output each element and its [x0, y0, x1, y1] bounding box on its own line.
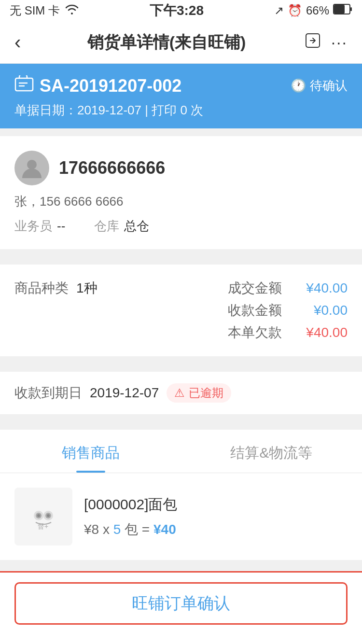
- overdue-icon: ⚠: [174, 386, 185, 400]
- product-item: 督+ [0000002]面包 ¥8 x 5 包 = ¥40: [0, 473, 362, 560]
- order-header: SA-20191207-002 🕐 待确认 单据日期：2019-12-07 | …: [0, 64, 362, 128]
- warehouse-value: 总仓: [124, 218, 149, 235]
- amount-label-2: 本单欠款: [228, 323, 282, 342]
- sales-value: --: [57, 219, 65, 234]
- back-button[interactable]: ‹: [14, 31, 43, 53]
- status-left: 无 SIM 卡: [10, 3, 79, 18]
- separator-2: [0, 356, 362, 364]
- due-date: 2019-12-07: [90, 385, 159, 401]
- overdue-badge: ⚠ 已逾期: [167, 383, 231, 403]
- battery-text: 66%: [306, 4, 329, 17]
- product-type: 商品种类 1种: [14, 279, 97, 297]
- order-id: SA-20191207-002: [14, 75, 181, 96]
- summary-section: 商品种类 1种 成交金额 ¥40.00 收款金额 ¥0.00 本单欠款 ¥40.…: [0, 265, 362, 356]
- order-status: 🕐 待确认: [291, 77, 348, 94]
- customer-name: 张，156 6666 6666: [14, 193, 348, 210]
- order-icon: [14, 75, 34, 96]
- order-date: 单据日期：2019-12-07 | 打印 0 次: [14, 102, 348, 119]
- bottom-button-area: 旺铺订单确认: [0, 571, 362, 644]
- tabs-section: 销售商品 结算&物流等 督+ [0000002]面包 ¥8 x: [0, 430, 362, 560]
- product-name: [0000002]面包: [84, 495, 348, 515]
- page-title: 销货单详情(来自旺铺): [43, 31, 290, 54]
- svg-text:督+: 督+: [38, 522, 48, 530]
- share-icon[interactable]: [304, 32, 321, 53]
- customer-meta: 业务员 -- 仓库 总仓: [14, 218, 348, 235]
- amounts: 成交金额 ¥40.00 收款金额 ¥0.00 本单欠款 ¥40.00: [228, 279, 348, 342]
- tabs-row: 销售商品 结算&物流等: [0, 430, 362, 473]
- due-section: 收款到期日 2019-12-07 ⚠ 已逾期: [0, 372, 362, 414]
- status-right: ↗ ⏰ 66%: [274, 4, 352, 17]
- nav-actions: ···: [290, 32, 348, 53]
- due-label: 收款到期日: [14, 384, 82, 402]
- separator-3: [0, 414, 362, 422]
- product-info: [0000002]面包 ¥8 x 5 包 = ¥40: [84, 495, 348, 539]
- product-qty: 5: [113, 522, 121, 537]
- alarm-icon: ⏰: [288, 4, 302, 17]
- avatar: [14, 151, 49, 185]
- svg-rect-2: [350, 7, 352, 11]
- customer-section: 17666666666 张，156 6666 6666 业务员 -- 仓库 总仓: [0, 136, 362, 249]
- svg-point-11: [47, 514, 50, 517]
- status-bar: 无 SIM 卡 下午3:28 ↗ ⏰ 66%: [0, 0, 362, 21]
- status-clock-icon: 🕐: [291, 78, 306, 93]
- no-sim-text: 无 SIM 卡: [10, 3, 60, 18]
- more-icon[interactable]: ···: [331, 33, 348, 52]
- separator-1: [0, 249, 362, 257]
- confirm-order-button[interactable]: 旺铺订单确认: [14, 582, 348, 625]
- amount-label-1: 收款金额: [228, 301, 282, 320]
- warehouse-label: 仓库: [94, 218, 119, 235]
- sales-label: 业务员: [14, 218, 52, 235]
- amount-value-2: ¥40.00: [290, 325, 348, 340]
- svg-point-10: [37, 514, 40, 517]
- status-time: 下午3:28: [150, 1, 204, 20]
- svg-rect-4: [15, 78, 33, 91]
- tab-products[interactable]: 销售商品: [0, 430, 181, 473]
- product-price: ¥8 x 5 包 = ¥40: [84, 520, 348, 539]
- amount-value-1: ¥0.00: [290, 303, 348, 318]
- product-total: ¥40: [153, 522, 176, 537]
- amount-value-0: ¥40.00: [290, 280, 348, 296]
- amount-label-0: 成交金额: [228, 279, 282, 297]
- tab-settlement[interactable]: 结算&物流等: [181, 430, 362, 473]
- nav-bar: ‹ 销货单详情(来自旺铺) ···: [0, 21, 362, 64]
- location-icon: ↗: [274, 4, 284, 17]
- svg-rect-1: [334, 5, 345, 14]
- wifi-icon: [65, 4, 79, 17]
- product-thumbnail: 督+: [14, 488, 72, 546]
- battery-icon: [333, 4, 352, 17]
- svg-point-5: [27, 160, 37, 169]
- overdue-text: 已逾期: [189, 385, 223, 401]
- customer-phone: 17666666666: [59, 158, 165, 178]
